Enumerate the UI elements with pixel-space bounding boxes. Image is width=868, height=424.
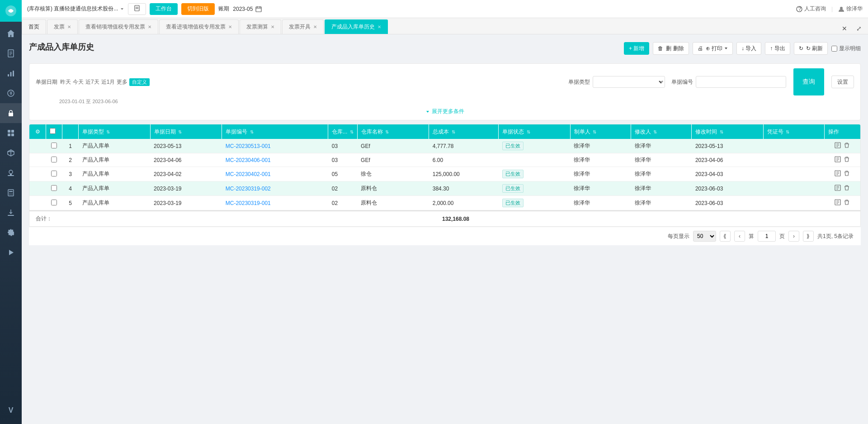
close-window-btn[interactable]: ✕ (839, 23, 850, 34)
date-custom-tag[interactable]: 自定义 (129, 78, 150, 86)
sidebar-item-lock[interactable] (0, 103, 22, 123)
company-selector[interactable]: (库存核算) 直播轻捷通信息技术股份... (27, 5, 124, 13)
next-page-btn[interactable]: › (788, 231, 799, 242)
page-number-input[interactable] (758, 231, 776, 242)
doc-no-input[interactable] (696, 76, 786, 88)
row-doc-no[interactable]: MC-20230406-001 (222, 153, 328, 167)
date-link-7days[interactable]: 近7天 (85, 78, 99, 86)
sidebar-item-play[interactable] (0, 243, 22, 262)
sidebar-item-calculator[interactable] (0, 183, 22, 203)
close-icon[interactable]: ✕ (377, 24, 381, 29)
sidebar-item-chart[interactable] (0, 63, 22, 83)
edit-icon[interactable] (835, 185, 841, 192)
row-creator: 徐泽华 (570, 153, 631, 167)
sort-icon[interactable]: ⇅ (178, 129, 182, 134)
page-title: 产成品入库单历史 (29, 42, 94, 52)
print-btn[interactable]: 🖨 ⊕ 打印 (693, 42, 733, 55)
delete-row-icon[interactable] (844, 199, 850, 207)
sort-icon[interactable]: ⇅ (250, 129, 254, 134)
tab-purchase-vat[interactable]: 查看进项增值税专用发票 ✕ (159, 19, 239, 34)
delete-row-icon[interactable] (844, 170, 850, 178)
export-btn[interactable]: ↑ 导出 (765, 42, 790, 55)
maximize-btn[interactable]: ⤢ (854, 23, 864, 34)
svg-point-27 (12, 194, 13, 195)
table-row: 1 产品入库单 2023-05-13 MC-20230513-001 03 GE… (29, 139, 860, 153)
row-doc-no[interactable]: MC-20230319-002 (222, 181, 328, 196)
tab-invoice-calc[interactable]: 发票测算 ✕ (240, 19, 281, 34)
row-checkbox[interactable] (51, 200, 57, 205)
prev-page-btn[interactable]: ‹ (734, 231, 745, 242)
switch-btn[interactable]: 切到旧版 (181, 3, 215, 15)
sort-icon[interactable]: ⇅ (106, 129, 110, 134)
row-checkbox[interactable] (51, 185, 57, 191)
help-btn[interactable]: ? 人工咨询 (796, 5, 826, 13)
date-link-today[interactable]: 今天 (73, 78, 84, 86)
show-detail-checkbox[interactable] (831, 46, 837, 52)
sort-icon[interactable]: ⇅ (653, 129, 657, 134)
close-icon[interactable]: ✕ (228, 24, 232, 29)
sort-icon[interactable]: ⇅ (593, 129, 596, 134)
row-modify-time: 2023-06-03 (692, 196, 764, 210)
tab-invoice[interactable]: 发票 ✕ (47, 19, 78, 34)
sidebar-item-grid[interactable] (0, 123, 22, 143)
sort-icon[interactable]: ⇅ (385, 129, 389, 134)
sidebar-item-money[interactable]: ¥ (0, 83, 22, 103)
close-icon[interactable]: ✕ (148, 24, 151, 29)
document-btn[interactable] (128, 3, 146, 15)
edit-icon[interactable] (835, 170, 841, 178)
date-link-1month[interactable]: 近1月 (101, 78, 115, 86)
row-checkbox[interactable] (51, 143, 57, 148)
sidebar-item-stamp[interactable] (0, 163, 22, 183)
row-doc-no[interactable]: MC-20230319-001 (222, 196, 328, 210)
tab-product-history[interactable]: 产成品入库单历史 ✕ (325, 19, 388, 34)
sidebar-item-settings[interactable] (0, 223, 22, 243)
doc-type-select[interactable] (593, 76, 665, 88)
first-page-btn[interactable]: ⟪ (720, 231, 731, 242)
expand-filter-btn[interactable]: 展开更多条件 (425, 108, 464, 115)
row-expand (29, 167, 46, 181)
app-logo[interactable] (0, 0, 22, 22)
select-all-checkbox[interactable] (50, 128, 56, 134)
table-settings-icon[interactable]: ⚙ (33, 127, 42, 136)
user-menu[interactable]: 徐泽华 (838, 5, 863, 13)
close-icon[interactable]: ✕ (271, 24, 274, 29)
sort-icon[interactable]: ⇅ (720, 129, 723, 134)
sort-icon[interactable]: ⇅ (350, 129, 354, 134)
row-doc-no[interactable]: MC-20230513-001 (222, 139, 328, 153)
svg-rect-29 (135, 5, 139, 11)
date-link-yesterday[interactable]: 昨天 (60, 78, 71, 86)
last-page-btn[interactable]: ⟫ (803, 231, 814, 242)
workbench-btn[interactable]: 工作台 (150, 3, 178, 15)
tab-home[interactable]: 首页 (22, 19, 46, 34)
delete-row-icon[interactable] (844, 142, 850, 150)
sidebar-item-document[interactable] (0, 43, 22, 63)
delete-row-icon[interactable] (844, 156, 850, 164)
sidebar-item-box[interactable] (0, 143, 22, 163)
date-link-more[interactable]: 更多 (117, 78, 127, 86)
delete-btn[interactable]: 🗑 删 删除 (653, 42, 689, 55)
sort-icon[interactable]: ⇅ (527, 129, 530, 134)
edit-icon[interactable] (835, 156, 841, 164)
row-checkbox[interactable] (51, 171, 57, 176)
show-detail-toggle[interactable]: 显示明细 (831, 45, 861, 52)
set-btn[interactable]: 设置 (831, 76, 854, 88)
edit-icon[interactable] (835, 142, 841, 150)
close-icon[interactable]: ✕ (67, 24, 71, 29)
tab-invoice-open[interactable]: 发票开具 ✕ (282, 19, 324, 34)
close-icon[interactable]: ✕ (313, 24, 317, 29)
search-btn[interactable]: 查询 (793, 68, 824, 95)
import-btn[interactable]: ↓ 导入 (736, 42, 761, 55)
tab-sales-vat[interactable]: 查看销项增值税专用发票 ✕ (79, 19, 158, 34)
sort-icon[interactable]: ⇅ (452, 129, 455, 134)
sidebar-item-home[interactable] (0, 24, 22, 43)
row-checkbox[interactable] (51, 157, 57, 162)
sidebar-item-download[interactable] (0, 203, 22, 223)
new-btn[interactable]: + 新增 (624, 42, 649, 55)
refresh-btn[interactable]: ↻ ↻ 刷新 (794, 42, 828, 55)
sidebar-item-v[interactable]: V (0, 400, 22, 420)
edit-icon[interactable] (835, 199, 841, 207)
row-doc-no[interactable]: MC-20230402-001 (222, 167, 328, 181)
sort-icon[interactable]: ⇅ (786, 129, 789, 134)
per-page-select[interactable]: 50 10 20 100 (693, 231, 716, 242)
delete-row-icon[interactable] (844, 185, 850, 192)
